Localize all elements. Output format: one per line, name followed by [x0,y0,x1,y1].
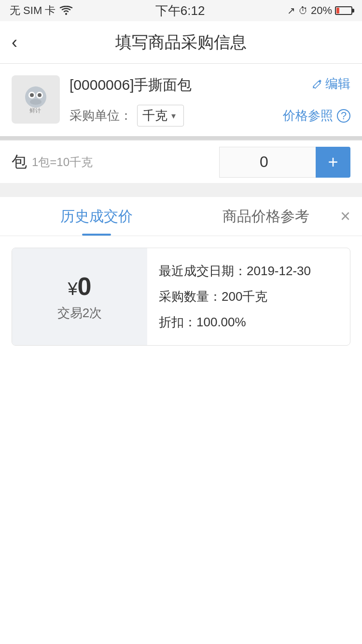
status-time: 下午6:12 [155,2,205,19]
price-trades: 交易2次 [57,305,102,322]
edit-button[interactable]: 编辑 [312,75,350,92]
product-card: 鲜计 [0000006]手撕面包 编辑 采购单位： 千克 ▾ [0,64,362,136]
battery-percent: 20% [311,4,332,17]
discount-row: 折扣：100.00% [159,313,338,332]
separator-1 [0,136,362,140]
price-card-right: 最近成交日期：2019-12-30 采购数量：200千克 折扣：100.00% [147,248,350,345]
recent-date-row: 最近成交日期：2019-12-30 [159,262,338,280]
tab-price-reference[interactable]: 商品价格参考 [181,197,350,236]
unit-select-dropdown[interactable]: 千克 ▾ [137,105,184,126]
svg-point-0 [65,13,67,15]
tab-close-button[interactable]: × [340,206,350,226]
alarm-icon: ⏱ [298,5,308,16]
purchase-qty-row: 采购数量：200千克 [159,287,338,306]
quantity-sub-label: 1包=10千克 [32,154,93,170]
price-card-left: ¥0 交易2次 [12,248,147,345]
price-amount: ¥0 [68,272,92,301]
quantity-plus-button[interactable]: + [316,147,350,178]
back-button[interactable]: ‹ [12,32,17,53]
product-header: [0000006]手撕面包 编辑 [70,75,350,95]
product-unit-row: 采购单位： 千克 ▾ 价格参照 ? [70,105,350,126]
svg-point-6 [30,99,42,105]
quantity-input[interactable] [219,147,316,178]
product-thumbnail: 鲜计 [12,75,60,124]
svg-text:鲜计: 鲜计 [29,107,41,114]
edit-icon [312,79,322,89]
carrier-text: 无 SIM 卡 [10,3,56,18]
battery-icon [335,6,352,15]
quantity-unit: 包 [12,152,27,173]
product-logo-icon: 鲜计 [19,83,53,116]
help-icon: ? [337,109,350,123]
location-icon: ↗ [287,5,295,16]
status-right: ↗ ⏱ 20% [287,4,352,17]
separator-2 [0,183,362,187]
price-card: ¥0 交易2次 最近成交日期：2019-12-30 采购数量：200千克 折扣：… [12,248,350,346]
status-left: 无 SIM 卡 [10,3,73,18]
chevron-down-icon: ▾ [171,111,176,121]
quantity-row: 包 1包=10千克 + [0,141,362,183]
history-price-content: ¥0 交易2次 最近成交日期：2019-12-30 采购数量：200千克 折扣：… [0,236,362,357]
bottom-area [0,357,362,644]
svg-point-4 [30,93,34,97]
price-reference-button[interactable]: 价格参照 ? [283,107,350,124]
status-bar: 无 SIM 卡 下午6:12 ↗ ⏱ 20% [0,0,362,21]
nav-bar: ‹ 填写商品采购信息 [0,21,362,64]
page-title: 填写商品采购信息 [115,31,247,54]
quantity-control: + [219,147,350,178]
unit-label: 采购单位： 千克 ▾ [70,105,184,126]
quantity-label: 包 1包=10千克 [12,152,93,173]
tab-active-indicator [82,234,111,236]
wifi-icon [59,6,73,15]
product-name: [0000006]手撕面包 [70,75,192,95]
product-info: [0000006]手撕面包 编辑 采购单位： 千克 ▾ 价格参照 [70,75,350,126]
tab-bar: 历史成交价 商品价格参考 × [0,197,362,236]
tab-history-price[interactable]: 历史成交价 [12,197,181,236]
svg-point-5 [38,93,42,97]
